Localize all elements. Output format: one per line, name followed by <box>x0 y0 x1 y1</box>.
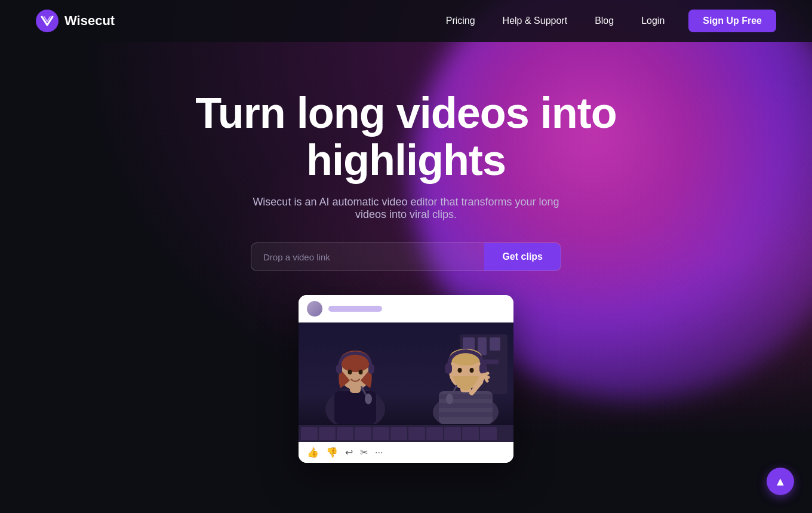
svg-point-21 <box>470 368 474 373</box>
film-frame <box>462 427 479 440</box>
hero-subtitle: Wisecut is an AI automatic video editor … <box>239 196 573 221</box>
film-frame <box>390 427 407 440</box>
svg-point-11 <box>365 394 372 404</box>
scroll-top-button[interactable]: ▲ <box>767 468 794 495</box>
film-frame <box>426 427 443 440</box>
signup-button[interactable]: Sign Up Free <box>688 10 776 32</box>
preview-card: 👍 👎 ↩ ✂ ··· <box>299 295 513 463</box>
share-icon: ↩ <box>345 447 353 458</box>
card-video-area <box>299 322 513 442</box>
svg-point-7 <box>359 370 363 374</box>
like-icon: 👍 <box>307 447 319 458</box>
podcast-scene <box>299 322 513 442</box>
svg-rect-15 <box>439 403 493 408</box>
clip-icon: ✂ <box>360 447 368 458</box>
filmstrip <box>299 425 513 442</box>
film-frame <box>337 427 353 440</box>
logo-icon <box>36 10 59 32</box>
navbar: Wisecut Pricing Help & Support Blog Logi… <box>0 0 812 42</box>
film-frame <box>319 427 336 440</box>
svg-rect-22 <box>445 363 452 374</box>
card-header <box>299 295 513 322</box>
svg-point-6 <box>348 370 352 374</box>
svg-rect-9 <box>368 364 374 374</box>
nav-help[interactable]: Help & Support <box>492 11 579 31</box>
svg-point-20 <box>458 368 462 373</box>
film-frame <box>408 427 425 440</box>
avatar-image <box>307 301 322 317</box>
get-clips-button[interactable]: Get clips <box>484 243 561 271</box>
card-footer: 👍 👎 ↩ ✂ ··· <box>299 442 513 463</box>
svg-rect-16 <box>439 412 493 417</box>
logo-link[interactable]: Wisecut <box>36 10 115 32</box>
film-frame <box>301 427 318 440</box>
video-input-row: Get clips <box>251 242 561 271</box>
scroll-top-icon: ▲ <box>774 475 786 487</box>
card-username-bar <box>328 306 382 312</box>
svg-rect-23 <box>479 363 487 374</box>
card-avatar <box>307 301 322 317</box>
nav-login[interactable]: Login <box>630 11 675 31</box>
brand-name: Wisecut <box>64 13 115 29</box>
hero-section: Turn long videos into highlights Wisecut… <box>0 42 812 463</box>
more-icon: ··· <box>375 447 383 458</box>
person-left <box>316 331 394 424</box>
person-right <box>424 328 508 424</box>
film-frame <box>444 427 461 440</box>
dislike-icon: 👎 <box>326 447 338 458</box>
video-link-input[interactable] <box>251 243 484 271</box>
svg-rect-8 <box>336 364 342 374</box>
film-frame <box>480 427 497 440</box>
nav-blog[interactable]: Blog <box>584 11 625 31</box>
nav-links: Pricing Help & Support Blog Login Sign U… <box>435 10 776 32</box>
film-frame <box>373 427 389 440</box>
svg-point-25 <box>446 394 453 404</box>
hero-title: Turn long videos into highlights <box>107 90 705 184</box>
film-frame <box>355 427 371 440</box>
nav-pricing[interactable]: Pricing <box>435 11 486 31</box>
